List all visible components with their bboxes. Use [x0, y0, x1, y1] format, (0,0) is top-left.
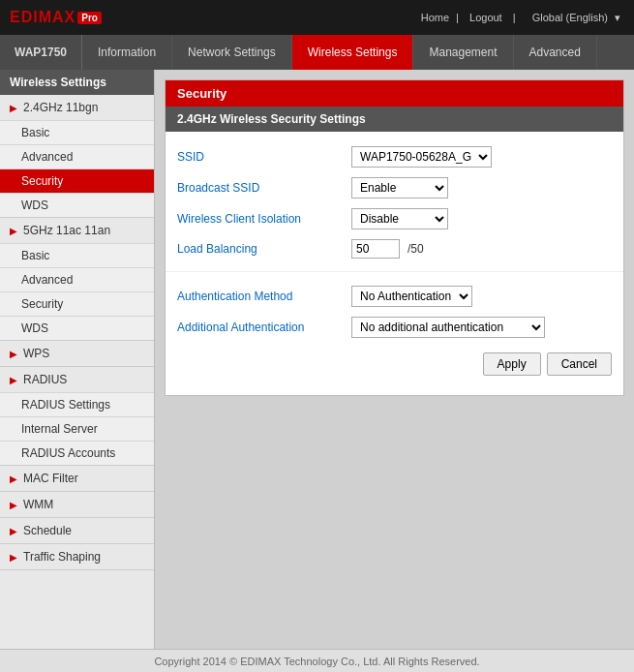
label-isolation: Wireless Client Isolation	[177, 212, 351, 226]
sidebar-section-header-traffic-shaping[interactable]: ▶ Traffic Shaping	[0, 544, 154, 569]
button-row: Apply Cancel	[166, 343, 623, 385]
label-broadcast-ssid: Broadcast SSID	[177, 181, 351, 195]
sidebar-section-wps: ▶ WPS	[0, 341, 154, 367]
sidebar-item-basic-24[interactable]: Basic	[0, 120, 154, 144]
control-auth-method: No Authentication WEP WPA WPA2	[351, 286, 612, 307]
select-isolation[interactable]: Disable Enable	[351, 208, 448, 229]
arrow-icon-traffic: ▶	[10, 552, 17, 563]
device-name: WAP1750	[0, 35, 82, 70]
arrow-icon: ▶	[10, 103, 17, 113]
sidebar-section-label-2_4ghz: 2.4GHz 11bgn	[23, 101, 98, 114]
control-isolation: Disable Enable	[351, 208, 612, 229]
sidebar-section-label-mac-filter: MAC Filter	[23, 472, 78, 485]
header-links: Home | Logout | Global (English) ▾	[421, 12, 624, 24]
sidebar-item-wds-5[interactable]: WDS	[0, 316, 154, 340]
arrow-icon-wps: ▶	[10, 349, 17, 359]
cancel-button[interactable]: Cancel	[547, 352, 612, 376]
nav-advanced[interactable]: Advanced	[514, 35, 597, 70]
arrow-icon-wmm: ▶	[10, 500, 17, 510]
sidebar-item-internal-server[interactable]: Internal Server	[0, 416, 154, 441]
logout-link[interactable]: Logout	[469, 12, 502, 23]
sidebar-section-mac-filter: ▶ MAC Filter	[0, 466, 154, 492]
sidebar-section-label-wmm: WMM	[23, 498, 53, 511]
nav-network-settings[interactable]: Network Settings	[172, 35, 292, 70]
sidebar-section-5ghz: ▶ 5GHz 11ac 11an Basic Advanced Security…	[0, 218, 154, 341]
sidebar-section-radius: ▶ RADIUS RADIUS Settings Internal Server…	[0, 367, 154, 466]
sidebar-section-label-wps: WPS	[23, 347, 49, 360]
sidebar-item-security-5[interactable]: Security	[0, 291, 154, 316]
arrow-icon-radius: ▶	[10, 375, 17, 385]
sidebar-section-schedule: ▶ Schedule	[0, 518, 154, 544]
content-area: Security 2.4GHz Wireless Security Settin…	[155, 70, 634, 649]
label-auth-method: Authentication Method	[177, 290, 351, 303]
language-selector[interactable]: Global (English) ▾	[528, 12, 620, 23]
form-table: SSID WAP1750-05628A_G Broadcast SSID Ena…	[166, 132, 623, 395]
sidebar-item-radius-settings[interactable]: RADIUS Settings	[0, 392, 154, 416]
sidebar-section-label-radius: RADIUS	[23, 373, 67, 386]
load-balance-suffix: /50	[408, 242, 424, 256]
input-load-balancing[interactable]	[351, 239, 400, 259]
label-additional-auth: Additional Authentication	[177, 321, 351, 334]
sidebar-item-wds-24[interactable]: WDS	[0, 193, 154, 217]
header: EDIMAX Pro Home | Logout | Global (Engli…	[0, 0, 634, 35]
sidebar-section-header-schedule[interactable]: ▶ Schedule	[0, 518, 154, 543]
select-ssid[interactable]: WAP1750-05628A_G	[351, 146, 492, 168]
logo-edi: EDI	[10, 9, 39, 25]
label-load-balancing: Load Balancing	[177, 242, 351, 256]
logo-pro: Pro	[77, 12, 102, 24]
control-broadcast-ssid: Enable Disable	[351, 177, 612, 199]
section-title: 2.4GHz Wireless Security Settings	[166, 107, 623, 132]
sidebar-item-basic-5[interactable]: Basic	[0, 243, 154, 267]
content-header: Security	[166, 80, 623, 107]
form-row-auth-method: Authentication Method No Authentication …	[166, 281, 623, 312]
arrow-icon-mac: ▶	[10, 473, 17, 484]
form-separator	[166, 271, 623, 281]
sidebar-section-header-mac-filter[interactable]: ▶ MAC Filter	[0, 466, 154, 491]
label-ssid: SSID	[177, 150, 351, 164]
nav-information[interactable]: Information	[82, 35, 172, 70]
logo: EDIMAX Pro	[10, 9, 102, 26]
sidebar-section-header-5ghz[interactable]: ▶ 5GHz 11ac 11an	[0, 218, 154, 243]
footer-text: Copyright 2014 © EDIMAX Technology Co., …	[154, 656, 479, 667]
control-load-balancing: /50	[351, 239, 612, 259]
sidebar-section-2_4ghz: ▶ 2.4GHz 11bgn Basic Advanced Security W…	[0, 95, 154, 218]
footer: Copyright 2014 © EDIMAX Technology Co., …	[0, 649, 634, 672]
form-row-load-balancing: Load Balancing /50	[166, 234, 623, 263]
sidebar: Wireless Settings ▶ 2.4GHz 11bgn Basic A…	[0, 70, 155, 649]
sidebar-section-label-5ghz: 5GHz 11ac 11an	[23, 224, 110, 237]
nav-wireless-settings[interactable]: Wireless Settings	[292, 35, 414, 70]
main-nav: WAP1750 Information Network Settings Wir…	[0, 35, 634, 70]
sidebar-title: Wireless Settings	[0, 70, 154, 95]
home-link[interactable]: Home	[421, 12, 449, 23]
sidebar-section-traffic-shaping: ▶ Traffic Shaping	[0, 544, 154, 570]
arrow-icon-5: ▶	[10, 226, 17, 236]
sidebar-section-wmm: ▶ WMM	[0, 492, 154, 518]
sidebar-section-header-wps[interactable]: ▶ WPS	[0, 341, 154, 366]
form-row-additional-auth: Additional Authentication No additional …	[166, 312, 623, 343]
sidebar-section-header-radius[interactable]: ▶ RADIUS	[0, 367, 154, 392]
form-row-ssid: SSID WAP1750-05628A_G	[166, 141, 623, 172]
sidebar-section-label-schedule: Schedule	[23, 524, 72, 537]
select-additional-auth[interactable]: No additional authentication	[351, 317, 545, 338]
logo-max: MAX	[39, 9, 76, 25]
content-box: Security 2.4GHz Wireless Security Settin…	[165, 79, 624, 396]
sidebar-section-header-2_4ghz[interactable]: ▶ 2.4GHz 11bgn	[0, 95, 154, 120]
control-additional-auth: No additional authentication	[351, 317, 612, 338]
control-ssid: WAP1750-05628A_G	[351, 146, 612, 168]
apply-button[interactable]: Apply	[483, 352, 541, 376]
form-row-isolation: Wireless Client Isolation Disable Enable	[166, 203, 623, 234]
sidebar-section-header-wmm[interactable]: ▶ WMM	[0, 492, 154, 517]
arrow-icon-schedule: ▶	[10, 526, 17, 536]
sidebar-item-advanced-5[interactable]: Advanced	[0, 267, 154, 291]
form-row-broadcast-ssid: Broadcast SSID Enable Disable	[166, 172, 623, 203]
sidebar-item-security-24[interactable]: Security	[0, 168, 154, 193]
sidebar-section-label-traffic-shaping: Traffic Shaping	[23, 550, 101, 564]
sidebar-item-radius-accounts[interactable]: RADIUS Accounts	[0, 441, 154, 465]
select-auth-method[interactable]: No Authentication WEP WPA WPA2	[351, 286, 472, 307]
logo-text: EDIMAX	[10, 9, 75, 26]
sidebar-item-advanced-24[interactable]: Advanced	[0, 144, 154, 168]
main-layout: Wireless Settings ▶ 2.4GHz 11bgn Basic A…	[0, 70, 634, 649]
nav-management[interactable]: Management	[413, 35, 513, 70]
select-broadcast-ssid[interactable]: Enable Disable	[351, 177, 448, 199]
